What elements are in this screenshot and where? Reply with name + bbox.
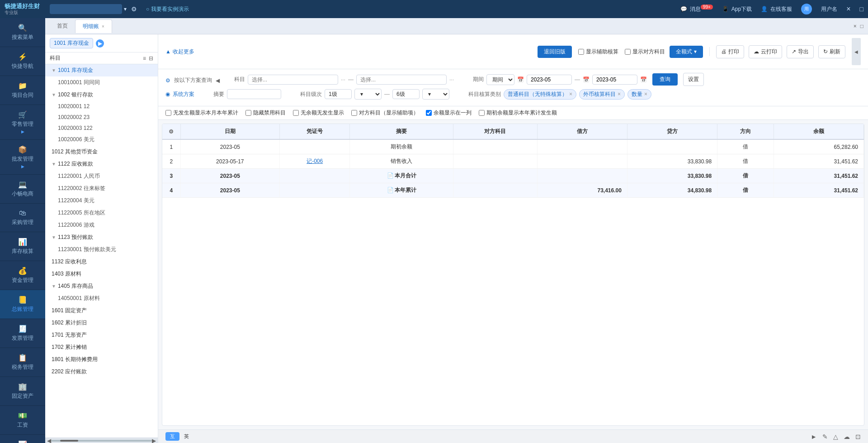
- checkbox-no-balance2[interactable]: 无余额无发生显示: [293, 109, 344, 117]
- tree-item-14050001[interactable]: 14050001 原材料: [45, 292, 158, 305]
- tree-item-10020003[interactable]: 10020003 122: [45, 123, 158, 133]
- col-settings-icon[interactable]: ⚙: [169, 129, 174, 135]
- sidebar-item-wholesale[interactable]: 📦 批发管理 ▶: [0, 140, 45, 175]
- tree-list-icon[interactable]: ≡: [143, 55, 146, 62]
- scroll-right-btn[interactable]: ▶: [152, 438, 156, 443]
- refresh-btn[interactable]: ↻ 刷新: [818, 45, 845, 58]
- checkbox-no-balance[interactable]: 无发生额显示本月本年累计: [165, 109, 238, 117]
- period-end-input[interactable]: [592, 75, 637, 85]
- sidebar-item-assets[interactable]: 🏢 固定资产: [0, 377, 45, 406]
- filter-expand-btn[interactable]: ▲ 收起更多: [165, 48, 194, 56]
- checkbox-no-balance-input[interactable]: [165, 110, 171, 116]
- show-contra-checkbox[interactable]: 显示对方科目: [625, 48, 665, 56]
- tree-item-1702[interactable]: 1702 累计摊销: [45, 341, 158, 353]
- sidebar-item-project[interactable]: 📁 项目合同: [0, 76, 45, 105]
- level-start-select[interactable]: ▾: [354, 89, 382, 100]
- tree-item-11220005[interactable]: 11220005 所在地区: [45, 207, 158, 219]
- tag-foreign-close[interactable]: ×: [618, 91, 621, 97]
- tree-item-10020002[interactable]: 10020002 23: [45, 112, 158, 123]
- tree-item-11220004[interactable]: 11220004 美元: [45, 195, 158, 207]
- sidebar-item-operations[interactable]: 📈 经营管理: [0, 435, 45, 443]
- sidebar-item-retail[interactable]: 🛒 零售管理 ▶: [0, 105, 45, 140]
- checkbox-hide-disabled-input[interactable]: [245, 110, 251, 116]
- tab-close-icon[interactable]: ×: [102, 24, 104, 29]
- print-btn[interactable]: 🖨 打印: [716, 45, 744, 58]
- tree-item-1405[interactable]: ▼ 1405 库存商品: [45, 280, 158, 292]
- tab-maximize-btn[interactable]: □: [860, 23, 863, 29]
- full-amount-btn[interactable]: 全额式 ▾: [670, 46, 703, 58]
- scroll-left-btn[interactable]: ◀: [47, 438, 51, 443]
- subject-end-input[interactable]: [356, 75, 447, 85]
- voucher-link[interactable]: 记-006: [307, 158, 323, 164]
- scheme-arrow-icon[interactable]: ◀: [216, 77, 220, 84]
- subject-input[interactable]: [248, 75, 338, 85]
- checkbox-contra[interactable]: 对方科目（显示辅助项）: [351, 109, 419, 117]
- export-btn[interactable]: ↗ 导出: [787, 45, 814, 58]
- tag-normal-close[interactable]: ×: [569, 91, 572, 97]
- tree-scroll[interactable]: ◀ ▶: [45, 438, 158, 443]
- bottom-icon-upload[interactable]: △: [833, 433, 838, 440]
- tree-item-10020001[interactable]: 10020001 12: [45, 101, 158, 112]
- summary-input[interactable]: [227, 89, 281, 99]
- online-service-group[interactable]: 👤 在线客服: [761, 5, 792, 13]
- bottom-icon-play[interactable]: ►: [811, 433, 817, 440]
- period-type-select[interactable]: 期间: [486, 74, 514, 85]
- avatar[interactable]: 用: [801, 4, 812, 14]
- tree-item-10010001[interactable]: 10010001 同同同: [45, 76, 158, 89]
- settings-icon[interactable]: ⚙: [131, 5, 137, 13]
- tree-item-1001[interactable]: ▼ 1001 库存现金: [45, 64, 158, 76]
- checkbox-no-balance2-input[interactable]: [293, 110, 299, 116]
- system-scheme-btn[interactable]: 系统方案: [173, 91, 194, 98]
- tree-collapse-icon[interactable]: ⊟: [149, 55, 153, 62]
- app-download-group[interactable]: 📱 App下载: [722, 5, 752, 13]
- tree-item-1602[interactable]: 1602 累计折旧: [45, 317, 158, 329]
- tree-item-11220002[interactable]: 11220002 往来标签: [45, 182, 158, 195]
- tree-item-1012[interactable]: 1012 其他货币资金: [45, 146, 158, 158]
- bottom-icon-edit[interactable]: ✎: [822, 433, 828, 440]
- sidebar-item-invoice[interactable]: 🧾 发票管理: [0, 319, 45, 348]
- tree-item-11220001[interactable]: 11220001 人民币: [45, 170, 158, 182]
- side-collapse-btn[interactable]: ◀: [852, 38, 861, 65]
- return-old-btn[interactable]: 退回旧版: [538, 46, 572, 58]
- level-end-select[interactable]: ▾: [422, 89, 449, 100]
- system-scheme-icon[interactable]: ◉: [165, 91, 170, 97]
- sidebar-item-general[interactable]: 📒 总账管理: [0, 290, 45, 319]
- sidebar-item-finance[interactable]: 💰 资金管理: [0, 261, 45, 290]
- tree-item-1601[interactable]: 1601 固定资产: [45, 305, 158, 317]
- checkbox-balance-col-input[interactable]: [426, 110, 432, 116]
- period-start-input[interactable]: [527, 75, 572, 85]
- level-end-input[interactable]: [392, 89, 420, 99]
- checkbox-opening[interactable]: 期初余额显示本年累计发生额: [479, 109, 557, 117]
- show-contra-input[interactable]: [625, 49, 631, 55]
- messages-group[interactable]: 💬 消息 99+: [680, 5, 713, 13]
- bottom-lang[interactable]: 英: [184, 433, 189, 440]
- bottom-icon-box[interactable]: ⊡: [855, 433, 861, 440]
- checkbox-balance-col[interactable]: 余额显示在一列: [426, 109, 472, 117]
- tree-item-1002[interactable]: ▼ 1002 银行存款: [45, 89, 158, 101]
- top-search-input[interactable]: [50, 4, 122, 14]
- search-dropdown-icon[interactable]: ▾: [124, 6, 127, 12]
- tree-nav-btn[interactable]: ▶: [96, 39, 104, 48]
- sidebar-item-purchase[interactable]: 🛍 采购管理: [0, 204, 45, 232]
- tree-item-10020006[interactable]: 10020006 美元: [45, 133, 158, 146]
- demo-link[interactable]: ○ 我要看实例演示: [146, 5, 189, 13]
- checkbox-hide-disabled[interactable]: 隐藏禁用科目: [245, 109, 286, 117]
- sidebar-item-quick[interactable]: ⚡ 快捷导航: [0, 47, 45, 76]
- checkbox-opening-input[interactable]: [479, 110, 485, 116]
- tab-home[interactable]: 首页: [50, 19, 75, 33]
- show-aux-input[interactable]: [578, 49, 584, 55]
- cloud-print-btn[interactable]: ☁ 云打印: [749, 45, 782, 58]
- sidebar-item-inventory[interactable]: 📊 库存核算: [0, 232, 45, 261]
- tree-item-1403[interactable]: 1403 原材料: [45, 268, 158, 280]
- sidebar-item-tax[interactable]: 📋 税务管理: [0, 348, 45, 377]
- settings-btn[interactable]: 设置: [683, 73, 704, 86]
- checkbox-contra-input[interactable]: [351, 110, 357, 116]
- tree-item-11230001[interactable]: 11230001 预付账款美元: [45, 243, 158, 256]
- scheme-settings-icon[interactable]: ⚙: [165, 77, 170, 84]
- level-start-input[interactable]: [325, 89, 352, 99]
- tree-item-1132[interactable]: 1132 应收利息: [45, 256, 158, 268]
- bottom-btn-hu[interactable]: 互: [165, 432, 179, 441]
- col-settings[interactable]: ⚙: [162, 124, 180, 139]
- sidebar-item-salary[interactable]: 💵 工资: [0, 406, 45, 435]
- tree-item-2202[interactable]: 2202 应付账款: [45, 366, 158, 378]
